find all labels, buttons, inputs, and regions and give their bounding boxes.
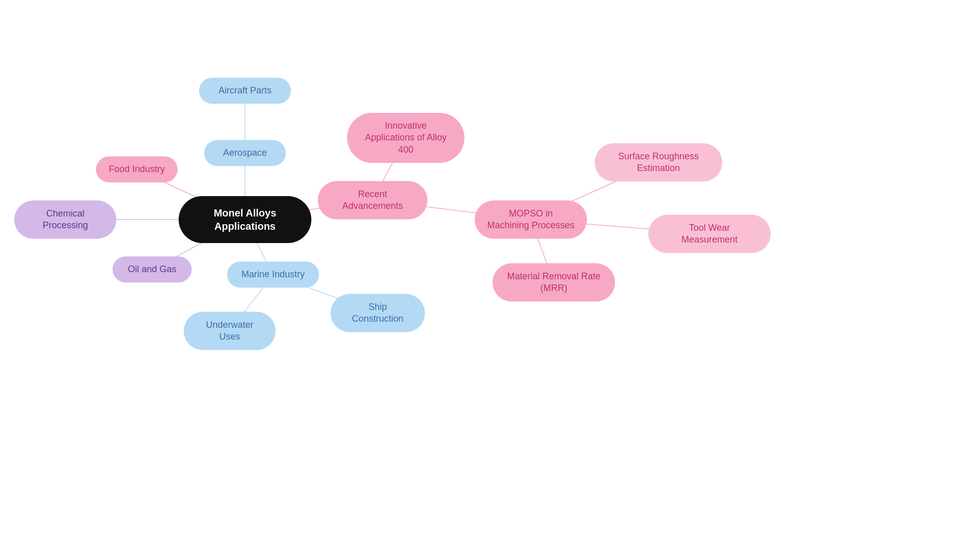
node-underwater_uses: Underwater Uses: [184, 312, 276, 350]
mindmap-container: Monel Alloys ApplicationsAircraft PartsA…: [0, 0, 980, 553]
node-center: Monel Alloys Applications: [179, 196, 311, 243]
node-recent_advancements: Recent Advancements: [318, 181, 428, 220]
node-ship_construction: Ship Construction: [331, 294, 425, 332]
node-chemical_processing: Chemical Processing: [14, 201, 116, 239]
node-surface_roughness: Surface Roughness Estimation: [595, 143, 722, 182]
node-aircraft_parts: Aircraft Parts: [199, 78, 291, 104]
node-food_industry: Food Industry: [96, 156, 178, 182]
node-innovative_applications: Innovative Applications of Alloy 400: [347, 113, 464, 163]
node-tool_wear: Tool Wear Measurement: [648, 215, 771, 253]
node-oil_and_gas: Oil and Gas: [113, 256, 192, 282]
node-material_removal: Material Removal Rate (MRR): [493, 263, 615, 302]
node-mopso: MOPSO in Machining Processes: [475, 201, 587, 239]
node-aerospace: Aerospace: [204, 140, 286, 166]
node-marine_industry: Marine Industry: [227, 261, 319, 287]
